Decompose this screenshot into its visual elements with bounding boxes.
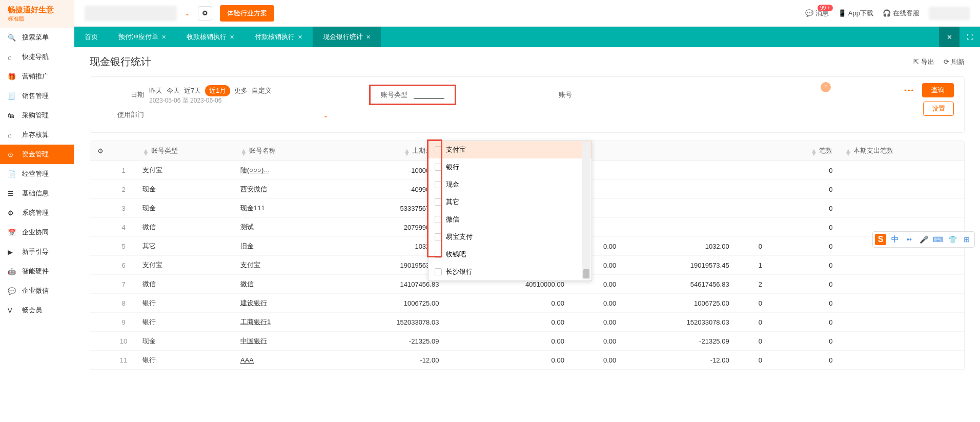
table-header[interactable]: ▲▼笔数 [768, 141, 839, 161]
account-name-link[interactable]: 支付宝 [240, 261, 260, 269]
user-menu[interactable] [929, 7, 970, 20]
checkbox[interactable] [435, 251, 442, 258]
sidebar-item-2[interactable]: 🎁营销推广 [0, 67, 74, 86]
ime-lang-icon[interactable]: 中 [889, 234, 901, 245]
account-name-link[interactable]: 建设银行 [240, 299, 267, 307]
table-header[interactable]: ▲▼账号类型 [136, 141, 234, 161]
sidebar-item-6[interactable]: ⊙资金管理 [0, 145, 74, 164]
checkbox[interactable] [435, 233, 442, 240]
ime-toolbar[interactable]: S 中 •• 🎤 ⌨ 👕 ⊞ [872, 231, 975, 248]
scrollbar[interactable] [582, 142, 590, 279]
tab-0[interactable]: 首页 [74, 27, 108, 47]
ime-toolbox-icon[interactable]: ⊞ [961, 234, 972, 245]
table-gear-header[interactable]: ⚙ [90, 141, 111, 161]
refresh-button[interactable]: ⟳ 刷新 [944, 57, 965, 67]
dropdown-item[interactable]: 现金 [428, 176, 591, 193]
account-type-filter[interactable]: 账号类型 [369, 85, 456, 105]
sort-icon[interactable]: ▲▼ [142, 149, 149, 155]
close-icon[interactable]: ✕ [366, 34, 371, 41]
chat-icon: 💬 [8, 287, 17, 295]
close-icon[interactable]: ✕ [161, 34, 166, 41]
account-name-link[interactable]: 现金111 [240, 204, 265, 212]
sidebar-item-12[interactable]: 🤖智能硬件 [0, 262, 74, 281]
date-option[interactable]: 更多 [234, 86, 248, 95]
export-button[interactable]: ⇱ 导出 [913, 57, 934, 67]
dropdown-item[interactable]: 微信 [428, 211, 591, 228]
date-option[interactable]: 昨天 [149, 86, 162, 95]
date-option[interactable]: 自定义 [252, 86, 272, 95]
chevron-down-icon[interactable]: ⌄ [185, 9, 190, 17]
ime-punct-icon[interactable]: •• [904, 234, 915, 245]
ime-keyboard-icon[interactable]: ⌨ [932, 234, 944, 245]
service-link[interactable]: 🎧 在线客服 [883, 9, 920, 18]
tab-1[interactable]: 预付冲应付单✕ [108, 27, 176, 47]
table-header[interactable] [622, 141, 735, 161]
sidebar-item-4[interactable]: 🛍采购管理 [0, 106, 74, 125]
checkbox[interactable] [435, 181, 442, 188]
table-header[interactable]: ▲▼本期支出笔数 [839, 141, 964, 161]
org-selector[interactable] [85, 6, 177, 21]
dropdown-item[interactable]: 易宝支付 [428, 228, 591, 246]
sidebar-item-7[interactable]: 📄经营管理 [0, 164, 74, 184]
date-option[interactable]: 近1月 [205, 85, 230, 96]
sort-icon[interactable]: ▲▼ [404, 149, 411, 155]
sort-icon[interactable]: ▲▼ [845, 149, 851, 155]
table-header[interactable]: ▲▼账号名称 [234, 141, 332, 161]
dropdown-item[interactable]: 其它 [428, 193, 591, 211]
tab-2[interactable]: 收款核销执行✕ [176, 27, 244, 47]
account-name-link[interactable]: 工商银行1 [240, 318, 271, 326]
box-icon: ⌂ [8, 131, 17, 139]
sidebar-item-0[interactable]: 🔍搜索菜单 [0, 28, 74, 47]
collapse-icon[interactable]: ⌃ [821, 82, 831, 92]
sidebar-item-9[interactable]: ⚙系统管理 [0, 203, 74, 223]
account-name-link[interactable]: 陆(○○○)... [240, 166, 269, 174]
checkbox[interactable] [435, 164, 442, 171]
date-option[interactable]: 近7天 [184, 86, 201, 95]
messages-link[interactable]: 💬 消息 99 + [805, 9, 829, 18]
sidebar-item-1[interactable]: ⌂快捷导航 [0, 47, 74, 67]
date-option[interactable]: 今天 [167, 86, 180, 95]
checkbox[interactable] [435, 198, 442, 206]
ime-skin-icon[interactable]: 👕 [947, 234, 958, 245]
checkbox[interactable] [435, 216, 442, 223]
tab-4[interactable]: 现金银行统计✕ [313, 27, 381, 47]
dropdown-item[interactable]: 银行 [428, 158, 591, 176]
sort-icon[interactable]: ▲▼ [811, 149, 818, 155]
account-name-link[interactable]: AAA [240, 356, 254, 364]
account-name-link[interactable]: 西安微信 [240, 185, 267, 193]
table-header[interactable] [736, 141, 768, 161]
sidebar-item-10[interactable]: 📅企业协同 [0, 223, 74, 242]
account-name-link[interactable]: 旧金 [240, 242, 254, 250]
sidebar-item-13[interactable]: 💬企业微信 [0, 281, 74, 300]
dropdown-item[interactable]: 支付宝 [428, 141, 591, 158]
settings-button[interactable]: 设置 [923, 102, 954, 116]
close-icon[interactable]: ✕ [298, 34, 302, 41]
dropdown-item[interactable]: 收钱吧 [428, 246, 591, 263]
account-name-link[interactable]: 测试 [240, 223, 254, 231]
sort-icon[interactable]: ▲▼ [240, 149, 247, 155]
tabbar: 首页预付冲应付单✕收款核销执行✕付款核销执行✕现金银行统计✕ ✕ ⛶ [74, 27, 980, 47]
sidebar-item-11[interactable]: ▶新手引导 [0, 242, 74, 262]
dept-select[interactable]: ⌄ [149, 111, 329, 119]
checkbox[interactable] [435, 146, 442, 153]
sidebar-item-5[interactable]: ⌂库存核算 [0, 125, 74, 145]
fullscreen-icon[interactable]: ⛶ [959, 27, 980, 47]
checkbox[interactable] [435, 268, 442, 275]
sidebar-item-3[interactable]: 🧾销售管理 [0, 86, 74, 106]
ime-logo-icon[interactable]: S [875, 234, 886, 245]
more-icon[interactable]: ••• [904, 87, 914, 94]
close-icon[interactable]: ✕ [230, 34, 234, 41]
dropdown-item[interactable]: 长沙银行 [428, 263, 591, 280]
tab-3[interactable]: 付款核销执行✕ [244, 27, 313, 47]
search-button[interactable]: 查询 [922, 83, 954, 97]
account-name-link[interactable]: 中国银行 [240, 337, 267, 345]
sidebar-item-8[interactable]: ☰基础信息 [0, 184, 74, 203]
sidebar-item-14[interactable]: V畅会员 [0, 300, 74, 320]
close-tab-icon[interactable]: ✕ [939, 27, 959, 47]
account-name-link[interactable]: 微信 [240, 280, 254, 288]
ime-mic-icon[interactable]: 🎤 [918, 234, 929, 245]
app-download-link[interactable]: 📱 App下载 [838, 9, 873, 18]
settings-icon[interactable]: ⚙ [198, 6, 212, 21]
account-type-input[interactable] [414, 91, 444, 99]
industry-button[interactable]: 体验行业方案 [220, 5, 274, 22]
